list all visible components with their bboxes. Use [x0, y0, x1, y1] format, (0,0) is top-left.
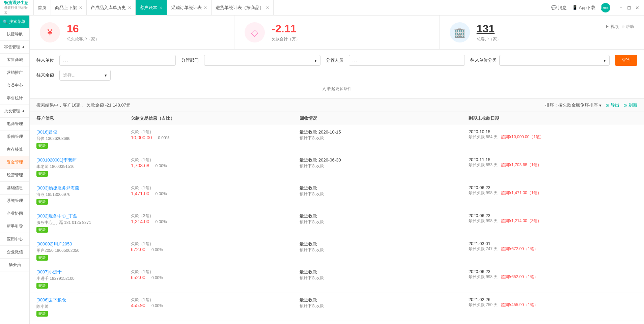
- sidebar-item-marketing[interactable]: 营销推广: [0, 66, 29, 79]
- sidebar-item-inventory[interactable]: 库存核算: [0, 143, 29, 156]
- close-btn[interactable]: ✕: [635, 5, 640, 10]
- tab-close-icon[interactable]: ✕: [79, 5, 82, 10]
- customer-name-link[interactable]: [0007]小进千: [36, 269, 131, 275]
- collection-cell: 最近收款 2020-10-15 预计下次收款: [300, 129, 468, 141]
- stat-value-debt-customers: 16: [67, 23, 99, 35]
- user-avatar[interactable]: demo2: [601, 3, 610, 12]
- stat-label-total-customers: 总客户（家）: [477, 36, 501, 42]
- sidebar-item-base-info[interactable]: 基础信息: [0, 182, 29, 195]
- supplier-input[interactable]: ...: [59, 55, 176, 66]
- customer-name-link[interactable]: [0002]服务中心_丁磊: [36, 213, 131, 219]
- arrow-icon: ▲: [20, 109, 25, 113]
- table-row: [0016]吕俊 吕俊 13026203696 现款 欠款（1笔） 10,000…: [30, 125, 644, 153]
- debt-amount[interactable]: 10,000.00: [131, 135, 152, 140]
- tab-close-icon[interactable]: ✕: [266, 5, 269, 10]
- tab-customer-account[interactable]: 客户账本✕: [136, 0, 167, 15]
- stat-value-total-customers[interactable]: 131: [477, 23, 501, 35]
- message-btn[interactable]: 💬 消息: [551, 5, 567, 11]
- tab-stock-stat[interactable]: 进货单统计表（按商品）✕: [212, 0, 274, 15]
- sidebar-item-sys-mgmt[interactable]: 系统管理: [0, 195, 29, 207]
- debt-amount[interactable]: 1,214.00: [131, 219, 149, 224]
- minimize-btn[interactable]: －: [618, 5, 624, 10]
- col-due-date: 到期未收款日期: [469, 115, 637, 121]
- stat-total-debt-customers: ¥ 16 总欠款客户（家）: [30, 16, 234, 49]
- overdue-amount-link[interactable]: 超期¥1,214.00（3笔）: [501, 218, 541, 223]
- overdue-amount-link[interactable]: 超期¥455.90（1笔）: [501, 302, 538, 307]
- debt-info-cell: 欠款（1笔） 652.00 0.00%: [131, 269, 300, 280]
- overdue-amount-link[interactable]: 超期¥672.00（1笔）: [501, 246, 538, 251]
- sidebar-item-ecom-mgmt[interactable]: 电商管理: [0, 118, 29, 130]
- debt-note: 欠款（1笔）: [131, 269, 300, 275]
- sidebar-item-ops-mgmt[interactable]: 经营管理: [0, 169, 29, 182]
- tab-label: 客户账本: [140, 5, 157, 11]
- avatar: demo2: [601, 3, 610, 12]
- tab-close-icon[interactable]: ✕: [159, 5, 163, 10]
- tab-home[interactable]: 首页: [34, 0, 51, 15]
- overdue-amount-link[interactable]: 超期¥652.00（1笔）: [501, 274, 538, 279]
- stat-total-debt-amount: ◇ -2.11 欠款合计（万）: [234, 16, 439, 49]
- customer-name-link[interactable]: [0001020001]李老师: [36, 157, 131, 163]
- customer-name-link[interactable]: [000002]用户2050: [36, 241, 131, 247]
- tab-close-icon[interactable]: ✕: [204, 5, 207, 10]
- export-btn[interactable]: ⊙ 导出: [606, 102, 619, 108]
- debt-amount[interactable]: 1,471.00: [131, 191, 149, 196]
- sidebar-item-vip[interactable]: 畅会员: [0, 259, 29, 271]
- tab-product-shelf[interactable]: 商品上下架✕: [51, 0, 87, 15]
- sidebar-quick-nav[interactable]: 快捷导航: [0, 28, 29, 41]
- window-controls: － ⊡ ✕: [618, 5, 640, 10]
- debt-percent: 0.00%: [156, 192, 167, 196]
- top-bar: 畅捷通好生意 母婴行业演示账套 首页商品上下架✕产成品入库单历史✕客户账本✕采购…: [0, 0, 644, 16]
- customer-name-link[interactable]: [0003]畅捷服务尹海燕: [36, 185, 131, 191]
- col-customer-info: 客户信息: [36, 115, 131, 121]
- view-video-btn[interactable]: ▶ 视频: [605, 24, 618, 30]
- customer-contact: 李老师 18600391516: [36, 164, 131, 170]
- nav-label: 电商管理: [7, 121, 23, 126]
- sidebar-item-new-guide[interactable]: 新手引导: [0, 220, 29, 233]
- sort-select[interactable]: 排序：按欠款金额倒序排序 ▾: [545, 102, 601, 108]
- sidebar-item-retail-stat[interactable]: 零售统计: [0, 92, 29, 105]
- debt-amount[interactable]: 652.00: [131, 275, 145, 280]
- filter-area: 往来单位 ... 分管部门 ▾ 分管人员 ...: [30, 50, 644, 99]
- category-select[interactable]: ▾: [499, 55, 610, 66]
- results-summary: 搜索结果中，客户16家， 欠款金额 -21,148.07元: [36, 102, 131, 108]
- search-button[interactable]: 查询: [615, 55, 637, 66]
- sidebar-item-enterprise[interactable]: 企业协同: [0, 207, 29, 220]
- maximize-btn[interactable]: ⊡: [626, 5, 632, 10]
- tab-product-history[interactable]: 产成品入库单历史✕: [87, 0, 136, 15]
- sidebar-item-retail-mall[interactable]: 零售商城: [0, 54, 29, 66]
- overdue-amount-link[interactable]: 超期¥1,703.68（1笔）: [501, 163, 541, 167]
- app-download-btn[interactable]: 📱 App下载: [572, 5, 595, 11]
- sidebar-search[interactable]: 🔍 搜索菜单: [0, 16, 29, 28]
- customer-name-link[interactable]: [0006]去下粮仓: [36, 297, 131, 303]
- due-date: 2021.03.01: [469, 241, 637, 246]
- debt-amount[interactable]: 1,703.68: [131, 163, 149, 168]
- next-collect: 预计下次收款: [300, 303, 468, 309]
- balance-select[interactable]: 选择... ▾: [59, 70, 111, 81]
- sidebar-item-app-center[interactable]: 应用中心: [0, 233, 29, 246]
- sidebar-item-purchase-mgmt[interactable]: 采购管理: [0, 130, 29, 143]
- debt-info-cell: 欠款（1笔） 672.00 0.00%: [131, 241, 300, 252]
- sidebar-item-batch-mgmt[interactable]: 批发管理 ▲: [0, 105, 29, 118]
- logo-area: 畅捷通好生意 母婴行业演示账套: [4, 0, 34, 15]
- overdue-amount-link[interactable]: 超期¥10,000.00（1笔）: [501, 135, 544, 139]
- sidebar-item-member-center[interactable]: 会员中心: [0, 79, 29, 92]
- overdue-amount-link[interactable]: 超期¥1,471.00（1笔）: [501, 190, 541, 195]
- customer-name-link[interactable]: [0016]吕俊: [36, 129, 131, 135]
- debt-amount[interactable]: 455.90: [131, 303, 145, 308]
- due-date-cell: 2020.06.23 最长欠款 998 天 超期¥652.00（1笔）: [469, 269, 637, 280]
- sidebar-item-wechat[interactable]: 企业微信: [0, 246, 29, 259]
- customer-info-cell: [0016]吕俊 吕俊 13026203696 现款: [36, 129, 131, 149]
- refresh-btn[interactable]: ⊙ 刷新: [623, 102, 637, 108]
- customer-info-cell: [000002]用户2050 用户2050 18665062050 现款: [36, 241, 131, 261]
- person-input[interactable]: ...: [349, 55, 465, 66]
- sidebar-item-retail-mgmt[interactable]: 零售管理 ▲: [0, 41, 29, 54]
- tab-purchase-order[interactable]: 采购订单统计表✕: [167, 0, 212, 15]
- help-btn[interactable]: ⊙ 帮助: [621, 24, 634, 30]
- nav-label: 批发管理: [4, 109, 20, 113]
- collapse-filter-btn[interactable]: ⋀ 收起更多条件: [36, 85, 637, 93]
- sidebar-item-finance[interactable]: 资金管理: [0, 156, 29, 169]
- dept-select[interactable]: ▾: [204, 55, 320, 66]
- debt-amount[interactable]: 672.00: [131, 247, 145, 252]
- tab-close-icon[interactable]: ✕: [128, 5, 131, 10]
- collection-cell: 最近收款 预计下次收款: [300, 269, 468, 281]
